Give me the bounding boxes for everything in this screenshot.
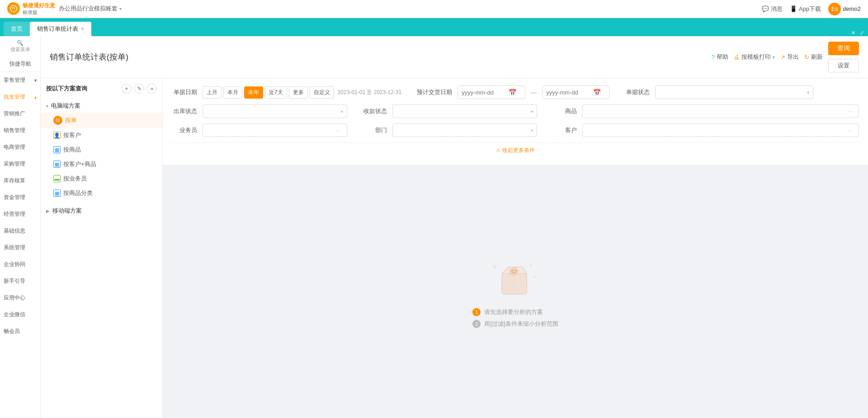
svg-point-6 — [509, 271, 512, 273]
date-last7-button[interactable]: 近7天 — [265, 86, 287, 99]
message-button[interactable]: 💬 消息 — [762, 5, 783, 13]
scheme-collapse-button[interactable]: « — [147, 84, 157, 94]
date-custom-button[interactable]: 自定义 — [310, 86, 334, 99]
delivery-date-start-input[interactable] — [462, 89, 507, 96]
scheme-item-by-order[interactable]: 按 按单 — [41, 113, 162, 128]
logo-area: 畅捷通好生意 标准版 — [7, 2, 55, 16]
filter-area: 单据日期 上月 本月 本年 近7天 更多 自定义 2023-01-01 至 20… — [163, 78, 868, 166]
app-download-button[interactable]: 📱 App下载 — [790, 5, 821, 13]
date-label: 单据日期 — [172, 88, 197, 96]
salesperson-label: 业务员 — [172, 126, 197, 134]
calendar-end-icon[interactable]: 📅 — [593, 89, 601, 96]
product-select[interactable]: ··· — [582, 104, 859, 118]
department-select[interactable]: ▾ — [392, 124, 537, 137]
scheme-panel-actions: + ✎ « — [122, 84, 157, 94]
print-arrow-icon: ▾ — [773, 55, 775, 60]
salesperson-dots-icon[interactable]: ··· — [334, 127, 343, 134]
top-bar: 畅捷通好生意 标准版 办公用品行业模拟账套 ▾ 💬 消息 📱 App下载 Ea … — [0, 0, 868, 18]
sidebar-item-retail[interactable]: 零售管理 ▾ — [0, 72, 40, 89]
retail-arrow-icon: ▾ — [34, 78, 37, 83]
customer-dots-icon[interactable]: ··· — [846, 127, 855, 134]
top-bar-left: 畅捷通好生意 标准版 办公用品行业模拟账套 ▾ — [7, 2, 122, 16]
tab-close-icon[interactable]: × — [81, 26, 84, 32]
date-quick-buttons: 上月 本月 本年 近7天 更多 自定义 2023-01-01 至 2023-12… — [203, 86, 401, 99]
status-select[interactable]: ▾ — [655, 86, 813, 99]
by-sales-icon: ▬ — [53, 175, 61, 182]
scheme-item-by-customer[interactable]: 👤 按客户 — [41, 128, 162, 142]
sidebar-item-appcenter[interactable]: 应用中心 — [0, 290, 40, 306]
date-this-month-button[interactable]: 本月 — [223, 86, 242, 99]
scheme-add-button[interactable]: + — [122, 84, 132, 94]
sidebar-item-operations[interactable]: 经营管理 — [0, 206, 40, 223]
scheme-edit-button[interactable]: ✎ — [134, 84, 144, 94]
customer-select[interactable]: ··· — [582, 124, 859, 137]
date-range-text: 2023-01-01 至 2023-12-31 — [338, 89, 401, 96]
sidebar-search[interactable]: 🔍 搜索菜单 — [0, 36, 40, 57]
print-icon: 🖨 — [734, 54, 740, 61]
user-name: demo2 — [843, 5, 861, 12]
page-content: 销售订单统计表(按单) ? 帮助 🖨 按模板打印 ▾ ↗ 导出 ↻ 刷新 — [41, 36, 868, 418]
user-area[interactable]: Ea demo2 — [828, 3, 861, 15]
status-label: 单据状态 — [624, 88, 650, 96]
sidebar-item-ecommerce[interactable]: 电商管理 — [0, 139, 40, 156]
sidebar-item-sales[interactable]: 销售管理 — [0, 122, 40, 139]
date-last-month-button[interactable]: 上月 — [203, 86, 222, 99]
page-title-bar: 销售订单统计表(按单) ? 帮助 🖨 按模板打印 ▾ ↗ 导出 ↻ 刷新 — [41, 36, 868, 78]
by-product-label: 按商品 — [63, 146, 81, 154]
by-cat-icon: ▦ — [53, 190, 61, 197]
delivery-date-end[interactable]: 📅 — [542, 86, 610, 99]
refresh-button[interactable]: ↻ 刷新 — [804, 53, 823, 61]
delivery-date-start[interactable]: 📅 — [458, 86, 525, 99]
results-area: ✦ ✦ ✦ 1 请先选择要分析的方案 — [163, 166, 868, 418]
scheme-item-by-category[interactable]: ▦ 按商品分类 — [41, 186, 162, 200]
scheme-group-header-mobile[interactable]: ▶ 移动端方案 — [41, 204, 162, 218]
tab-sales-order[interactable]: 销售订单统计表 × — [30, 22, 91, 36]
help-button[interactable]: ? 帮助 — [712, 53, 728, 61]
avatar: Ea — [828, 3, 841, 15]
wholesale-arrow-icon: ▴ — [34, 95, 37, 100]
scheme-item-by-customer-product[interactable]: ▦ 按客户+商品 — [41, 157, 162, 171]
sidebar-item-system[interactable]: 系统管理 — [0, 239, 40, 256]
salesperson-select[interactable]: ··· — [203, 124, 347, 137]
export-button[interactable]: ↗ 导出 — [780, 53, 799, 61]
ship-status-arrow-icon: ▾ — [341, 109, 343, 114]
by-customer-label: 按客户 — [63, 131, 81, 139]
template-print-button[interactable]: 🖨 按模板打印 ▾ — [734, 53, 775, 61]
delivery-date-end-input[interactable] — [546, 89, 591, 96]
sidebar-shortcut[interactable]: 快捷导航 — [0, 57, 40, 72]
workspace-selector[interactable]: 办公用品行业模拟账套 ▾ — [59, 5, 122, 13]
window-expand-icon[interactable]: ⤢ — [859, 29, 864, 36]
query-button[interactable]: 查询 — [828, 42, 859, 55]
date-this-year-button[interactable]: 本年 — [244, 86, 263, 99]
scheme-pc-group: ▾ 电脑端方案 按 按单 👤 按客户 ▦ — [41, 97, 162, 202]
sidebar-item-basic[interactable]: 基础信息 — [0, 223, 40, 239]
payment-status-select[interactable]: ▾ — [392, 104, 537, 118]
top-bar-right: 💬 消息 📱 App下载 Ea demo2 — [762, 3, 861, 15]
empty-step-2: 2 用[过滤]条件来缩小分析范围 — [472, 320, 558, 328]
svg-point-0 — [10, 5, 17, 12]
sidebar-item-wholesale[interactable]: 批发管理 ▴ — [0, 89, 40, 105]
sidebar-item-marketing[interactable]: 营销推广 — [0, 105, 40, 122]
sidebar-item-inventory[interactable]: 库存核算 — [0, 172, 40, 189]
ship-status-select[interactable]: ▾ — [203, 104, 347, 118]
sidebar-item-enterprise[interactable]: 企业协同 — [0, 256, 40, 273]
scheme-group-header-pc[interactable]: ▾ 电脑端方案 — [41, 99, 162, 113]
collapse-bar[interactable]: ∧ 收起更多条件 — [172, 142, 859, 158]
tab-actions: ✕ ⤢ — [847, 29, 868, 36]
sidebar-item-purchase[interactable]: 采购管理 — [0, 156, 40, 172]
scheme-item-by-product[interactable]: ▦ 按商品 — [41, 142, 162, 157]
product-dots-icon[interactable]: ··· — [846, 108, 855, 115]
query-settings-group: 查询 设置 — [828, 42, 859, 72]
mobile-group-arrow-icon: ▶ — [46, 209, 50, 214]
sidebar-item-newuser[interactable]: 新手引导 — [0, 273, 40, 290]
tab-home[interactable]: 首页 — [4, 22, 30, 36]
sidebar-item-finance[interactable]: 资金管理 — [0, 189, 40, 206]
sidebar-item-wechat[interactable]: 企业微信 — [0, 306, 40, 323]
search-icon: 🔍 — [17, 40, 24, 46]
window-close-icon[interactable]: ✕ — [851, 29, 856, 36]
date-more-button[interactable]: 更多 — [289, 86, 308, 99]
sidebar-item-member[interactable]: 畅会员 — [0, 323, 40, 340]
scheme-item-by-salesperson[interactable]: ▬ 按业务员 — [41, 171, 162, 186]
calendar-start-icon[interactable]: 📅 — [509, 89, 516, 96]
settings-button[interactable]: 设置 — [828, 59, 859, 72]
